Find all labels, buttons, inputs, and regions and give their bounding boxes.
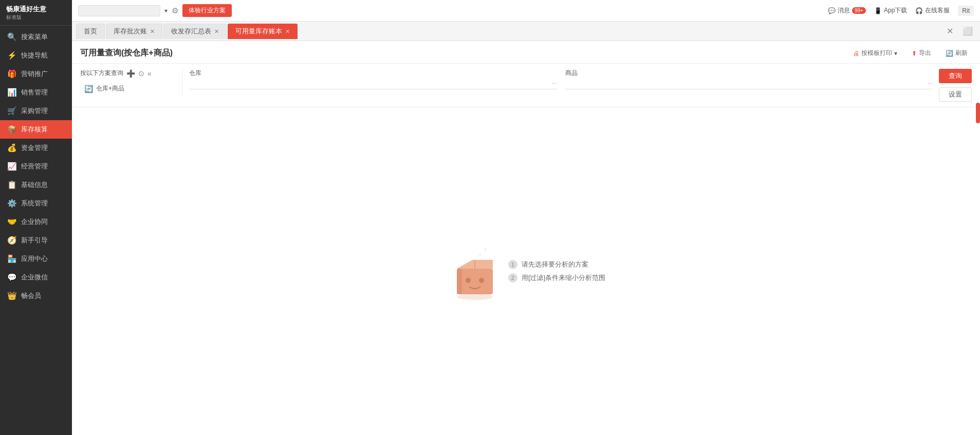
sidebar-item-corpwechat[interactable]: 💬企业微信 (0, 268, 72, 287)
purchase-icon: 🛒 (7, 106, 17, 116)
sidebar-label-operations: 经营管理 (21, 162, 48, 171)
tab-close-collect-summary[interactable]: ✕ (214, 28, 219, 35)
print-icon: 🖨 (853, 50, 859, 57)
scheme-item-warehouse-goods[interactable]: 🔄 仓库+商品 (80, 82, 176, 96)
sidebar-menu: 🔍搜索菜单⚡快捷导航🎁营销推广📊销售管理🛒采购管理📦库存核算💰资金管理📈经营管理… (0, 26, 72, 435)
sidebar-label-basicinfo: 基础信息 (21, 180, 48, 190)
hint-num-2: 2 (508, 273, 517, 282)
sidebar-item-marketing[interactable]: 🎁营销推广 (0, 65, 72, 83)
page-header: 可用量查询(按仓库+商品) 🖨 按模板打印 ▾ ⬆ 导出 🔄 刷新 (72, 41, 980, 64)
topbar: ▾ ⚙ 体验行业方案 💬 消息 99+ 📱 App下载 🎧 在线客服 Rit (72, 0, 980, 22)
sidebar-label-newuser: 新手引导 (21, 236, 48, 245)
query-button[interactable]: 查询 (939, 69, 972, 83)
sidebar-item-basicinfo[interactable]: 📋基础信息 (0, 176, 72, 194)
scrollbar-thumb[interactable] (976, 103, 980, 123)
collapse-scheme-icon[interactable]: « (147, 69, 152, 78)
topbar-search-input[interactable] (78, 5, 160, 16)
sidebar-label-corpwechat: 企业微信 (21, 273, 48, 282)
warehouse-more-icon[interactable]: ··· (551, 80, 557, 87)
sidebar-label-system: 系统管理 (21, 199, 48, 208)
sidebar-label-appcenter: 应用中心 (21, 254, 48, 263)
sidebar-item-purchase[interactable]: 🛒采购管理 (0, 102, 72, 120)
filter-fields: 仓库 ··· 商品 ··· (189, 69, 933, 89)
settings-button[interactable]: 设置 (939, 87, 972, 102)
sidebar-item-search[interactable]: 🔍搜索菜单 (0, 28, 72, 46)
filter-scheme-label: 按以下方案查询 (80, 69, 123, 78)
refresh-label: 刷新 (955, 49, 968, 58)
marketing-icon: 🎁 (7, 69, 17, 79)
app-label: App下载 (884, 6, 907, 15)
settings-scheme-icon[interactable]: ⊙ (138, 69, 144, 78)
service-label: 在线客服 (925, 6, 950, 15)
tab-available-ledger[interactable]: 可用量库存账本✕ (228, 24, 298, 39)
sidebar-item-member[interactable]: 👑畅会员 (0, 287, 72, 305)
hint-text-1: 请先选择要分析的方案 (522, 260, 588, 269)
empty-state: ~ ? 1 请先选择要分析的方案 2 用[过滤]条件来缩小分析范围 (72, 107, 980, 435)
topbar-online-service[interactable]: 🎧 在线客服 (915, 6, 950, 15)
filter-area: 按以下方案查询 ➕ ⊙ « 🔄 仓库+商品 仓库 ··· (72, 64, 980, 107)
add-scheme-icon[interactable]: ➕ (126, 69, 135, 78)
filter-scheme-panel: 按以下方案查询 ➕ ⊙ « 🔄 仓库+商品 (80, 69, 183, 96)
empty-hint-1: 1 请先选择要分析的方案 (508, 260, 605, 269)
svg-point-4 (466, 278, 471, 283)
goods-input-container: ··· (565, 80, 933, 89)
topbar-settings-icon[interactable]: ⚙ (172, 6, 178, 15)
page-content: 可用量查询(按仓库+商品) 🖨 按模板打印 ▾ ⬆ 导出 🔄 刷新 (72, 41, 980, 435)
tab-label-available-ledger: 可用量库存账本 (235, 27, 282, 36)
topbar-app-download[interactable]: 📱 App下载 (874, 6, 907, 15)
goods-more-icon[interactable]: ··· (928, 80, 933, 87)
tab-batch-ledger[interactable]: 库存批次账✕ (106, 24, 162, 39)
page-title: 可用量查询(按仓库+商品) (80, 48, 173, 59)
export-label: 导出 (919, 49, 931, 58)
goods-label: 商品 (565, 69, 933, 78)
filter-field-warehouse: 仓库 ··· (189, 69, 557, 89)
tab-close-batch-ledger[interactable]: ✕ (150, 28, 155, 35)
tab-home[interactable]: 首页 (76, 24, 105, 39)
sidebar-label-finance: 资金管理 (21, 143, 48, 153)
scheme-item-icon: 🔄 (84, 85, 93, 93)
scheme-item-label: 仓库+商品 (96, 84, 124, 93)
window-close-icon[interactable]: ✕ (944, 25, 956, 37)
topbar-user[interactable]: Rit (958, 6, 974, 16)
sidebar-item-system[interactable]: ⚙️系统管理 (0, 194, 72, 213)
window-maximize-icon[interactable]: ⬜ (959, 25, 976, 37)
sidebar-item-sales[interactable]: 📊销售管理 (0, 83, 72, 102)
sidebar-label-purchase: 采购管理 (21, 106, 48, 116)
tab-collect-summary[interactable]: 收发存汇总表✕ (163, 24, 227, 39)
operations-icon: 📈 (7, 162, 17, 171)
topbar-dropdown-icon[interactable]: ▾ (164, 7, 168, 14)
message-badge: 99+ (852, 7, 866, 14)
empty-hints: 1 请先选择要分析的方案 2 用[过滤]条件来缩小分析范围 (508, 260, 605, 282)
sidebar-item-cooperation[interactable]: 🤝企业协同 (0, 213, 72, 231)
export-icon: ⬆ (912, 50, 917, 57)
member-icon: 👑 (7, 291, 17, 300)
sidebar-item-finance[interactable]: 💰资金管理 (0, 139, 72, 157)
warehouse-input-container: ··· (189, 80, 557, 89)
shortcut-icon: ⚡ (7, 51, 17, 60)
app-icon: 📱 (874, 7, 882, 14)
tab-close-available-ledger[interactable]: ✕ (285, 28, 290, 35)
sidebar-item-shortcut[interactable]: ⚡快捷导航 (0, 46, 72, 65)
sidebar: 畅康通好生意 标准版 🔍搜索菜单⚡快捷导航🎁营销推广📊销售管理🛒采购管理📦库存核… (0, 0, 72, 435)
sidebar-label-search: 搜索菜单 (21, 32, 48, 42)
filter-actions: 查询 设置 (939, 69, 972, 102)
refresh-button[interactable]: 🔄 刷新 (941, 47, 972, 59)
sidebar-item-appcenter[interactable]: 🏪应用中心 (0, 250, 72, 268)
empty-illustration: ~ ? (447, 245, 498, 297)
trial-industry-button[interactable]: 体验行业方案 (182, 4, 232, 17)
sidebar-item-inventory[interactable]: 📦库存核算 (0, 120, 72, 139)
refresh-icon: 🔄 (946, 50, 953, 57)
sidebar-item-operations[interactable]: 📈经营管理 (0, 157, 72, 176)
inventory-icon: 📦 (7, 125, 17, 134)
cooperation-icon: 🤝 (7, 217, 17, 226)
print-dropdown-icon[interactable]: ▾ (894, 50, 897, 57)
sidebar-label-cooperation: 企业协同 (21, 217, 48, 226)
page-header-actions: 🖨 按模板打印 ▾ ⬆ 导出 🔄 刷新 (849, 47, 972, 59)
topbar-message[interactable]: 💬 消息 99+ (828, 6, 866, 15)
corpwechat-icon: 💬 (7, 273, 17, 282)
search-icon: 🔍 (7, 32, 17, 42)
filter-scheme-header: 按以下方案查询 ➕ ⊙ « (80, 69, 176, 78)
print-template-button[interactable]: 🖨 按模板打印 ▾ (849, 47, 901, 59)
export-button[interactable]: ⬆ 导出 (908, 47, 935, 59)
sidebar-item-newuser[interactable]: 🧭新手引导 (0, 231, 72, 250)
